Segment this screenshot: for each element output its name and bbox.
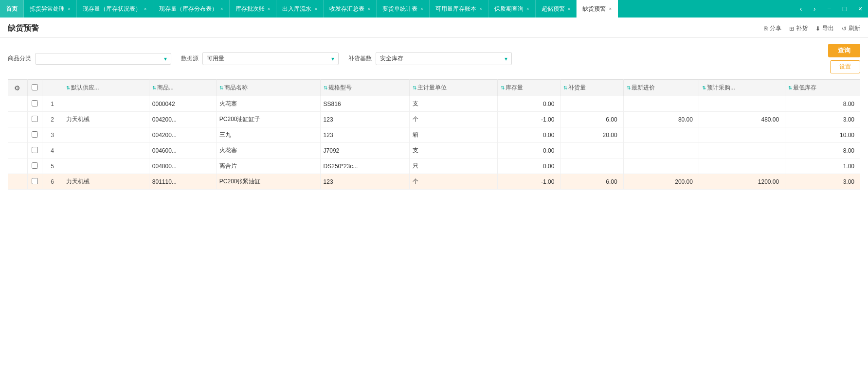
tab-close-9[interactable]: × (526, 6, 529, 12)
th-stock[interactable]: ⇅库存量 (498, 80, 561, 96)
query-button[interactable]: 查询 (828, 44, 860, 57)
nav-tabs: 首页拣货异常处理×现存量（库存状况表）×现存量（库存分布表）×库存批次账×出入库… (0, 0, 868, 18)
td-checkbox-0[interactable] (27, 96, 42, 112)
th-est-purchase[interactable]: ⇅预计采购... (699, 80, 785, 96)
nav-tab-8[interactable]: 可用量库存账本× (430, 0, 488, 18)
td-gear-3 (8, 143, 27, 158)
row-checkbox-5[interactable] (32, 178, 38, 184)
th-spec[interactable]: ⇅规格型号 (320, 80, 409, 96)
nav-tab-4[interactable]: 库存批次账× (230, 0, 277, 18)
td-est-purchase-2 (699, 127, 785, 143)
datasource-select[interactable]: 可用量 ▾ (202, 52, 339, 65)
td-min-stock-2: 10.00 (785, 127, 860, 143)
th-code[interactable]: ⇅商品... (149, 80, 216, 96)
td-supplier-2 (63, 127, 149, 143)
td-unit-0: 支 (409, 96, 498, 112)
td-name-0: 火花塞 (216, 96, 320, 112)
base-select[interactable]: 安全库存 ▾ (376, 52, 512, 65)
share-button[interactable]: ⎘ 分享 (764, 24, 781, 33)
tab-close-4[interactable]: × (268, 6, 271, 12)
minimize-button[interactable]: − (821, 0, 837, 18)
th-supplier[interactable]: ⇅默认供应... (63, 80, 149, 96)
td-name-5: PC200张紧油缸 (216, 174, 320, 190)
th-unit[interactable]: ⇅主计量单位 (409, 80, 498, 96)
tab-close-5[interactable]: × (314, 6, 317, 12)
nav-tab-0[interactable]: 首页 (0, 0, 24, 18)
td-seq-3: 4 (42, 143, 63, 158)
td-unit-5: 个 (409, 174, 498, 190)
th-replenish[interactable]: ⇅补货量 (561, 80, 623, 96)
share-icon: ⎘ (764, 25, 768, 32)
td-replenish-0 (561, 96, 623, 112)
replenish-button[interactable]: ⊞ 补货 (789, 24, 808, 33)
td-code-3: 004600... (149, 143, 216, 158)
nav-tab-11[interactable]: 缺货预警× (577, 0, 618, 18)
gear-icon[interactable]: ⚙ (14, 84, 20, 92)
th-min-stock[interactable]: ⇅最低库存 (785, 80, 860, 96)
td-latest-price-5: 200.00 (623, 174, 699, 190)
nav-tab-3[interactable]: 现存量（库存分布表）× (153, 0, 230, 18)
settings-button[interactable]: 设置 (830, 60, 860, 73)
tab-close-1[interactable]: × (68, 6, 71, 12)
td-checkbox-1[interactable] (27, 112, 42, 127)
tab-close-10[interactable]: × (568, 6, 571, 12)
close-window-button[interactable]: × (852, 0, 868, 18)
td-checkbox-5[interactable] (27, 174, 42, 190)
td-spec-5: 123 (320, 174, 409, 190)
td-code-2: 004200... (149, 127, 216, 143)
td-unit-2: 箱 (409, 127, 498, 143)
nav-arrow-left[interactable]: ‹ (794, 0, 808, 18)
td-checkbox-2[interactable] (27, 127, 42, 143)
td-seq-4: 5 (42, 158, 63, 174)
select-all-checkbox[interactable] (32, 84, 38, 90)
datasource-value: 可用量 (207, 54, 224, 63)
refresh-button[interactable]: ↺ 刷新 (842, 24, 860, 33)
table-row: 5 004800... 离合片 DS250*23c... 只 0.00 1.00 (8, 158, 860, 174)
td-seq-5: 6 (42, 174, 63, 190)
th-latest-price[interactable]: ⇅最新进价 (623, 80, 699, 96)
tab-close-2[interactable]: × (144, 6, 147, 12)
tab-close-7[interactable]: × (420, 6, 423, 12)
table-container: ⚙ ⇅默认供应... ⇅商品... ⇅商品名称 ⇅规格型号 ⇅主计量单位 ⇅库存… (0, 79, 868, 190)
export-button[interactable]: ⬇ 导出 (815, 24, 834, 33)
tab-close-3[interactable]: × (220, 6, 223, 12)
td-supplier-4 (63, 158, 149, 174)
td-gear-5 (8, 174, 27, 190)
th-name[interactable]: ⇅商品名称 (216, 80, 320, 96)
td-checkbox-3[interactable] (27, 143, 42, 158)
filter-row: 商品分类 ▾ 数据源 可用量 ▾ 补货基数 安全库存 ▾ 查询 设置 (0, 38, 868, 79)
category-select[interactable]: ▾ (35, 53, 171, 65)
table-row: 3 004200... 三九 123 箱 0.00 20.00 10.00 (8, 127, 860, 143)
category-arrow-icon: ▾ (164, 55, 167, 62)
nav-tab-1[interactable]: 拣货异常处理× (24, 0, 77, 18)
td-spec-3: J7092 (320, 143, 409, 158)
td-gear-1 (8, 112, 27, 127)
row-checkbox-1[interactable] (32, 116, 38, 122)
nav-tab-2[interactable]: 现存量（库存状况表）× (77, 0, 153, 18)
nav-tab-10[interactable]: 超储预警× (536, 0, 577, 18)
td-code-1: 004200... (149, 112, 216, 127)
tab-close-6[interactable]: × (367, 6, 370, 12)
nav-tab-9[interactable]: 保质期查询× (488, 0, 536, 18)
tab-close-11[interactable]: × (609, 6, 612, 12)
maximize-button[interactable]: □ (837, 0, 852, 18)
nav-arrow-right[interactable]: › (808, 0, 821, 18)
nav-tab-6[interactable]: 收发存汇总表× (324, 0, 377, 18)
nav-tab-5[interactable]: 出入库流水× (276, 0, 324, 18)
td-est-purchase-5: 1200.00 (699, 174, 785, 190)
nav-tab-7[interactable]: 要货单统计表× (377, 0, 430, 18)
row-checkbox-2[interactable] (32, 131, 38, 138)
row-checkbox-3[interactable] (32, 147, 38, 153)
td-seq-2: 3 (42, 127, 63, 143)
row-checkbox-0[interactable] (32, 100, 38, 106)
td-est-purchase-0 (699, 96, 785, 112)
td-min-stock-4: 1.00 (785, 158, 860, 174)
td-name-3: 火花塞 (216, 143, 320, 158)
th-gear[interactable]: ⚙ (8, 80, 27, 96)
td-gear-4 (8, 158, 27, 174)
row-checkbox-4[interactable] (32, 162, 38, 169)
td-checkbox-4[interactable] (27, 158, 42, 174)
tab-close-8[interactable]: × (479, 6, 482, 12)
td-stock-4: 0.00 (498, 158, 561, 174)
td-gear-2 (8, 127, 27, 143)
